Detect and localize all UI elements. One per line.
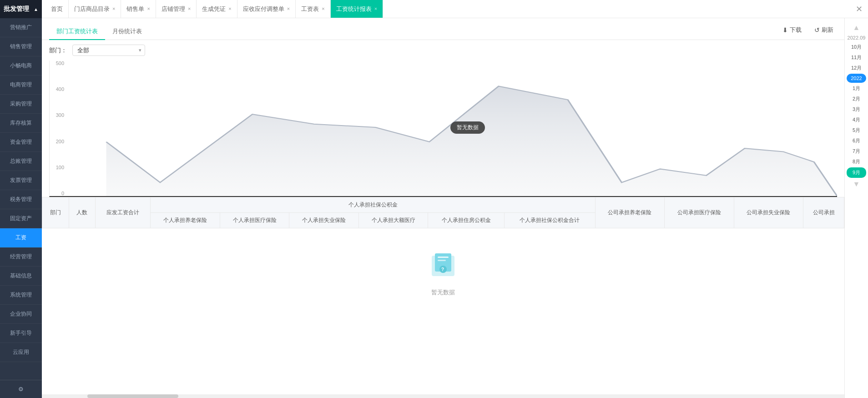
y-label-500: 500 (50, 60, 64, 66)
tab-payroll-report[interactable]: 工资统计报表 × (331, 0, 383, 18)
tab-close-icon[interactable]: × (147, 6, 150, 11)
sidebar-settings[interactable]: ⚙ (0, 380, 42, 398)
col-company-other: 公司承担 (803, 197, 844, 228)
timeline-month-mar[interactable]: 3月 (845, 104, 868, 115)
svg-text:?: ? (441, 267, 444, 272)
sidebar-item-tax[interactable]: 税务管理 (0, 190, 42, 209)
sub-tab-month[interactable]: 月份统计表 (105, 24, 149, 40)
col-dept: 部门 (42, 197, 69, 228)
timeline-month-may[interactable]: 5月 (845, 125, 868, 136)
scrollbar-thumb[interactable] (87, 394, 178, 398)
table-area[interactable]: 部门 人数 应发工资合计 个人承担社保公积金 公司承担养老保险 公司承担医疗保险… (42, 197, 844, 394)
tab-close-icon[interactable]: × (287, 6, 290, 11)
download-label: 下载 (790, 26, 802, 34)
sidebar-header[interactable]: 批发管理 ▲ (0, 0, 42, 18)
tab-label: 销售单 (126, 5, 144, 13)
col-company-medical: 公司承担医疗保险 (665, 197, 734, 228)
col-personal-housing: 个人承担住房公积金 (428, 213, 505, 228)
sidebar-item-finance[interactable]: 资金管理 (0, 133, 42, 152)
content-area: 部门工资统计表 月份统计表 ⬇ 下载 ↺ 刷新 (42, 18, 868, 398)
toolbar: 部门： 全部 ▾ (42, 40, 844, 60)
sidebar-item-payroll[interactable]: 工资 (0, 228, 42, 247)
sidebar-item-collab[interactable]: 企业协同 (0, 305, 42, 324)
tab-generate-voucher[interactable]: 生成凭证 × (197, 0, 237, 18)
col-company-pension: 公司承担养老保险 (595, 197, 664, 228)
chart-no-data-text: 暂无数据 (457, 124, 479, 131)
sidebar-item-sysadmin[interactable]: 系统管理 (0, 286, 42, 305)
sidebar-item-cloudapp[interactable]: 云应用 (0, 343, 42, 362)
tab-close-icon[interactable]: × (188, 6, 191, 11)
tab-payroll[interactable]: 工资表 × (296, 0, 330, 18)
dept-select[interactable]: 全部 (72, 45, 145, 56)
timeline-month-feb[interactable]: 2月 (845, 94, 868, 104)
tab-label: 工资统计报表 (336, 5, 372, 13)
sidebar-item-basicinfo[interactable]: 基础信息 (0, 267, 42, 286)
sidebar-item-ecommerce-small[interactable]: 小畅电商 (0, 56, 42, 76)
sidebar-arrow-icon: ▲ (34, 7, 38, 12)
y-label-100: 100 (50, 165, 64, 170)
download-button[interactable]: ⬇ 下载 (779, 24, 805, 36)
tab-sales-order[interactable]: 销售单 × (121, 0, 156, 18)
sidebar-item-assets[interactable]: 固定资产 (0, 209, 42, 228)
sidebar-item-operations[interactable]: 经营管理 (0, 247, 42, 267)
col-headcount: 人数 (69, 197, 96, 228)
timeline-month-oct[interactable]: 10月 (845, 42, 868, 52)
sidebar-item-ecommerce[interactable]: 电商管理 (0, 76, 42, 95)
sidebar-item-label: 采购管理 (10, 101, 32, 107)
timeline-nav-down[interactable]: ▼ (853, 178, 860, 190)
sidebar-item-label: 税务管理 (10, 196, 32, 202)
timeline-month-apr[interactable]: 4月 (845, 115, 868, 125)
tab-bar-actions: ✕ (854, 4, 864, 14)
dept-select-wrapper: 全部 ▾ (72, 45, 145, 56)
sidebar-item-label: 固定资产 (10, 215, 32, 222)
tab-store-mgmt[interactable]: 店铺管理 × (156, 0, 197, 18)
tab-ar-ap[interactable]: 应收应付调整单 × (237, 0, 296, 18)
timeline-month-jan[interactable]: 1月 (845, 83, 868, 94)
sidebar-item-sales[interactable]: 销售管理 (0, 37, 42, 56)
sub-tab-label: 月份统计表 (112, 28, 142, 35)
sidebar-item-ledger[interactable]: 总账管理 (0, 152, 42, 171)
timeline-month-sep[interactable]: 9月 (847, 167, 866, 178)
sidebar-item-label: 库存核算 (10, 120, 32, 126)
refresh-button[interactable]: ↺ 刷新 (811, 24, 837, 36)
timeline-nav-up[interactable]: ▲ (853, 22, 860, 34)
sub-tab-dept[interactable]: 部门工资统计表 (49, 24, 105, 40)
tab-store-products[interactable]: 门店商品目录 × (69, 0, 121, 18)
timeline-month-aug[interactable]: 8月 (845, 156, 868, 167)
tab-home[interactable]: 首页 (45, 0, 69, 18)
tab-close-icon[interactable]: × (228, 6, 231, 11)
empty-state: ? 暂无数据 (42, 228, 844, 315)
chart-svg: 暂无数据 (68, 60, 837, 196)
sidebar-item-label: 营销推广 (10, 24, 32, 30)
timeline-year-label: 2022.09 (845, 34, 868, 42)
col-personal-unemployment: 个人承担失业保险 (289, 213, 358, 228)
scrollbar[interactable] (42, 394, 844, 398)
sidebar-item-invoice[interactable]: 发票管理 (0, 171, 42, 190)
tab-label: 门店商品目录 (74, 5, 110, 13)
timeline-month-jun[interactable]: 6月 (845, 136, 868, 146)
tab-close-icon[interactable]: × (374, 6, 377, 11)
sidebar-item-label: 基础信息 (10, 272, 32, 279)
col-personal-total: 个人承担社保公积金合计 (505, 213, 595, 228)
sidebar-item-label: 经营管理 (10, 253, 32, 260)
download-icon: ⬇ (782, 26, 788, 34)
tab-label: 应收应付调整单 (243, 5, 284, 13)
timeline-year-2022[interactable]: 2022 (847, 74, 866, 83)
sidebar-item-label: 工资 (15, 234, 26, 241)
timeline-month-nov[interactable]: 11月 (845, 52, 868, 63)
tab-label: 生成凭证 (202, 5, 226, 13)
sidebar-item-marketing[interactable]: 营销推广 (0, 18, 42, 37)
chart-container: 0 100 200 300 400 500 (49, 60, 837, 197)
timeline-month-dec[interactable]: 12月 (845, 63, 868, 73)
tab-label: 店铺管理 (161, 5, 185, 13)
sidebar-item-purchase[interactable]: 采购管理 (0, 95, 42, 114)
tab-label: 首页 (51, 5, 63, 13)
timeline-month-jul[interactable]: 7月 (845, 146, 868, 156)
tab-close-icon[interactable]: × (112, 6, 115, 11)
tab-close-icon[interactable]: × (322, 6, 324, 11)
sidebar-item-inventory[interactable]: 库存核算 (0, 114, 42, 133)
tab-label: 工资表 (301, 5, 319, 13)
sidebar-item-guide[interactable]: 新手引导 (0, 324, 42, 343)
sub-tab-label: 部门工资统计表 (56, 28, 98, 35)
tab-bar-close-button[interactable]: ✕ (854, 4, 864, 14)
